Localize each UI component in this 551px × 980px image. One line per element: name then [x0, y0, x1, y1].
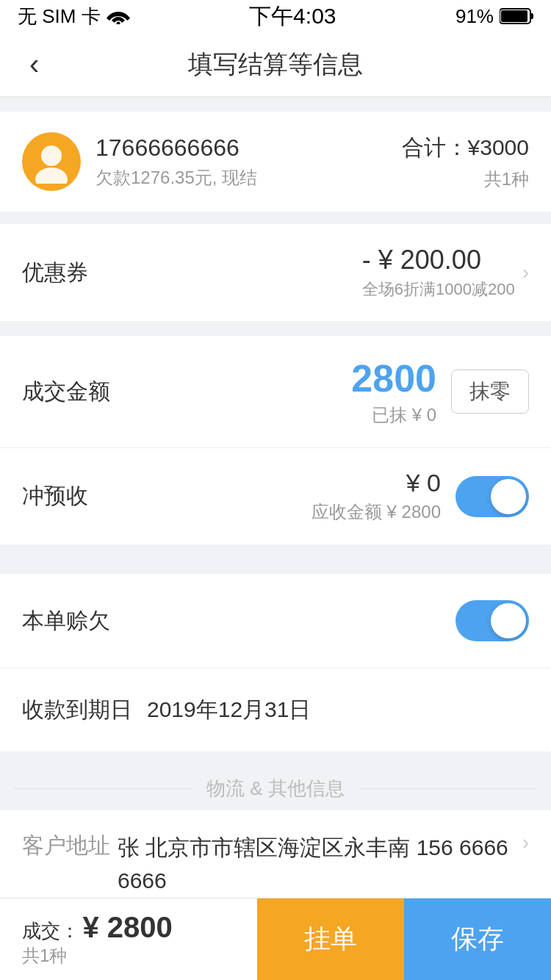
address-value: 张 北京市市辖区海淀区永丰南 156 6666 6666 — [118, 831, 515, 897]
duedate-row: 收款到期日 2019年12月31日 — [0, 668, 551, 752]
hold-button[interactable]: 挂单 — [257, 898, 404, 981]
svg-point-5 — [35, 167, 68, 184]
battery-percent: 91% — [455, 5, 494, 28]
bottom-bar: 成交： ¥ 2800 共1种 挂单 保存 — [0, 898, 551, 980]
bottom-deal-label: 成交： — [22, 920, 79, 942]
amount-value: 2800 — [351, 356, 436, 400]
customer-debt: 欠款1276.35元, 现结 — [96, 166, 257, 190]
address-label: 客户地址 — [22, 831, 118, 861]
back-button[interactable]: ‹ — [22, 40, 46, 88]
save-button[interactable]: 保存 — [404, 898, 551, 981]
debt-toggle[interactable] — [455, 600, 529, 641]
avatar — [22, 132, 81, 191]
section-divider-1 — [0, 321, 551, 336]
section-divider-2 — [0, 544, 551, 559]
status-right: 91% — [455, 5, 533, 28]
prereceive-label: 冲预收 — [22, 481, 88, 511]
debt-toggle-knob — [491, 603, 526, 638]
logistics-divider: 物流 & 其他信息 — [0, 766, 551, 810]
amount-erased: 已抹 ¥ 0 — [351, 403, 436, 427]
bottom-info: 成交： ¥ 2800 共1种 — [0, 911, 257, 968]
status-bar: 无 SIM 卡 下午4:03 91% — [0, 0, 551, 32]
bottom-count: 共1种 — [22, 944, 235, 968]
bottom-amount: ¥ 2800 — [82, 911, 172, 943]
battery-icon — [500, 7, 533, 25]
amount-right: 2800 已抹 ¥ 0 抹零 — [351, 356, 529, 427]
prereceive-toggle[interactable] — [455, 476, 529, 517]
avatar-icon — [29, 140, 73, 184]
svg-rect-3 — [501, 10, 527, 22]
coupon-discount: - ¥ 200.00 — [362, 245, 515, 275]
status-left: 无 SIM 卡 — [18, 4, 130, 29]
nav-bar: ‹ 填写结算等信息 — [0, 32, 551, 97]
status-time: 下午4:03 — [249, 1, 336, 32]
prereceive-sub: 应收金额 ¥ 2800 — [311, 500, 441, 524]
svg-point-0 — [116, 22, 120, 25]
logistics-line-right — [359, 788, 536, 789]
debt-row: 本单赊欠 — [0, 574, 551, 668]
customer-card: 17666666666 欠款1276.35元, 现结 合计：¥3000 共1种 — [0, 112, 551, 212]
wifi-icon — [107, 8, 130, 24]
coupon-label: 优惠券 — [22, 258, 88, 288]
customer-info: 17666666666 欠款1276.35元, 现结 — [96, 134, 257, 190]
debt-label: 本单赊欠 — [22, 606, 110, 636]
total-count: 共1种 — [402, 167, 529, 191]
svg-point-4 — [41, 145, 62, 166]
customer-left: 17666666666 欠款1276.35元, 现结 — [22, 132, 257, 191]
logistics-label: 物流 & 其他信息 — [206, 776, 345, 801]
round-button[interactable]: 抹零 — [451, 370, 529, 414]
sim-status: 无 SIM 卡 — [18, 4, 101, 29]
customer-phone: 17666666666 — [96, 134, 257, 162]
logistics-line-left — [15, 788, 192, 789]
chevron-right-icon: › — [522, 261, 529, 284]
address-chevron-icon: › — [522, 831, 529, 854]
toggle-knob — [491, 479, 526, 514]
customer-right: 合计：¥3000 共1种 — [402, 133, 529, 191]
svg-rect-2 — [530, 13, 533, 19]
content: 17666666666 欠款1276.35元, 现结 合计：¥3000 共1种 … — [0, 112, 551, 980]
prereceive-row: 冲预收 ¥ 0 应收金额 ¥ 2800 — [0, 447, 551, 544]
amount-value-wrap: 2800 已抹 ¥ 0 — [351, 356, 436, 427]
total-amount: 合计：¥3000 — [402, 133, 529, 163]
coupon-detail: 全场6折满1000减200 — [362, 278, 515, 300]
amount-label: 成交金额 — [22, 377, 110, 407]
coupon-right: - ¥ 200.00 全场6折满1000减200 › — [362, 245, 529, 300]
duedate-label: 收款到期日 — [22, 695, 132, 725]
coupon-row[interactable]: 优惠券 - ¥ 200.00 全场6折满1000减200 › — [0, 223, 551, 321]
nav-title: 填写结算等信息 — [188, 48, 363, 82]
prereceive-right: ¥ 0 应收金额 ¥ 2800 — [311, 469, 529, 524]
prereceive-value-wrap: ¥ 0 应收金额 ¥ 2800 — [311, 469, 441, 524]
amount-row: 成交金额 2800 已抹 ¥ 0 抹零 — [0, 336, 551, 447]
prereceive-value: ¥ 0 — [311, 469, 441, 497]
duedate-value: 2019年12月31日 — [147, 695, 311, 725]
